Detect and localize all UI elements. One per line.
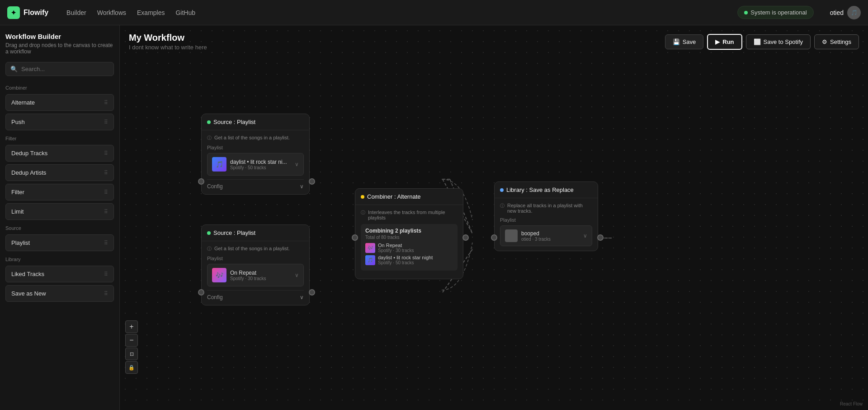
settings-button[interactable]: ⚙ Settings	[814, 34, 859, 49]
workflow-subtitle: I dont know what to write here	[129, 44, 207, 51]
library-playlist-row[interactable]: booped otied · 3 tracks ∨	[500, 225, 592, 246]
canvas-area[interactable]: My Workflow I dont know what to write he…	[120, 25, 868, 410]
drag-handle-filter: ⠿	[104, 189, 108, 195]
search-input[interactable]	[21, 66, 109, 72]
combining-info: Combining 2 playlists Total of 80 tracks…	[361, 224, 458, 271]
save-spotify-icon: ⬜	[754, 38, 761, 45]
source-node-1[interactable]: Source : Playlist ⓘ Get a list of the so…	[201, 114, 310, 195]
combiner-header: Combiner : Alternate	[355, 189, 463, 205]
source1-playlist-name: daylist • lit rock star ni...	[230, 159, 291, 165]
combiner-body: ⓘ Interleaves the tracks from multiple p…	[355, 205, 463, 279]
app-name: Flowify	[24, 9, 48, 17]
source2-playlist-name: On Repeat	[230, 270, 291, 276]
nav-builder[interactable]: Builder	[66, 9, 86, 16]
drag-handle-dedup-artists: ⠿	[104, 170, 108, 176]
lock-button[interactable]: 🔒	[125, 361, 138, 374]
sidebar-item-alternate[interactable]: Alternate ⠿	[5, 94, 114, 111]
source1-playlist-cover: 🎵	[212, 157, 226, 172]
nav-github[interactable]: GitHub	[175, 9, 195, 16]
react-flow-label: React Flow	[840, 401, 863, 406]
library-playlist-meta: otied · 3 tracks	[521, 237, 551, 242]
logo-area: ✦ Flowify	[7, 6, 48, 19]
combiner-playlist1-row: 🎶 On Repeat Spotify · 30 tracks	[365, 243, 453, 253]
status-badge: System is operational	[737, 6, 813, 19]
drag-handle-playlist: ⠿	[104, 240, 108, 246]
settings-icon: ⚙	[822, 38, 827, 45]
source1-title: Source : Playlist	[213, 119, 255, 125]
combiner-node[interactable]: Combiner : Alternate ⓘ Interleaves the t…	[355, 188, 463, 279]
library-body: ⓘ Replace all tracks in a playlist with …	[495, 198, 598, 251]
combiner-dot	[361, 195, 364, 199]
nav-examples[interactable]: Examples	[137, 9, 165, 16]
section-combiner-label: Combiner	[5, 85, 114, 91]
drag-handle-dedup-tracks: ⠿	[104, 150, 108, 157]
combiner-playlist2-row: 🎵 daylist • lit rock star night Spotify …	[365, 255, 453, 265]
library-left-connector	[491, 234, 497, 241]
source1-section-label: Playlist	[207, 145, 304, 150]
drag-handle-save-as-new: ⠿	[104, 291, 108, 297]
sidebar-item-limit[interactable]: Limit ⠿	[5, 203, 114, 220]
source1-header: Source : Playlist	[202, 114, 309, 130]
library-node[interactable]: Library : Save as Replace ⓘ Replace all …	[494, 181, 598, 251]
library-header: Library : Save as Replace	[495, 182, 598, 198]
combiner-playlist2-meta: Spotify · 50 tracks	[378, 260, 433, 265]
combiner-right-connector	[462, 234, 469, 241]
drag-handle-push: ⠿	[104, 119, 108, 125]
info-icon-combiner: ⓘ	[361, 210, 365, 216]
source2-section-label: Playlist	[207, 256, 304, 261]
sidebar-item-dedup-tracks[interactable]: Dedup Tracks ⠿	[5, 145, 114, 162]
library-playlist-name: booped	[521, 230, 551, 237]
source1-right-connector	[309, 178, 315, 185]
zoom-controls: + − ⊡ 🔒	[125, 320, 138, 374]
save-to-spotify-button[interactable]: ⬜ Save to Spotify	[746, 34, 811, 49]
search-icon: 🔍	[10, 66, 18, 72]
combining-title: Combining 2 playlists	[365, 228, 453, 234]
sidebar-item-save-as-new[interactable]: Save as New ⠿	[5, 285, 114, 302]
source2-dot	[207, 231, 211, 235]
top-nav: ✦ Flowify Builder Workflows Examples Git…	[0, 0, 868, 25]
sidebar-item-playlist[interactable]: Playlist ⠿	[5, 234, 114, 251]
config-chevron-1: ∨	[300, 183, 304, 190]
source2-config-row[interactable]: Config ∨	[207, 290, 304, 300]
run-icon: ▶	[715, 38, 720, 45]
user-name: otied	[830, 9, 844, 16]
sidebar-item-liked-tracks[interactable]: Liked Tracks ⠿	[5, 266, 114, 282]
fit-view-button[interactable]: ⊡	[125, 348, 138, 360]
library-playlist-cover	[505, 229, 518, 242]
workflow-header: My Workflow I dont know what to write he…	[120, 25, 868, 58]
fit-icon: ⊡	[130, 351, 134, 357]
sidebar-item-dedup-artists[interactable]: Dedup Artists ⠿	[5, 164, 114, 181]
save-button[interactable]: 💾 Save	[665, 34, 704, 49]
info-icon-2: ⓘ	[207, 246, 212, 252]
library-section-label: Playlist	[500, 217, 592, 223]
combiner-playlist2-info: daylist • lit rock star night Spotify · …	[378, 255, 433, 265]
source2-header: Source : Playlist	[202, 225, 309, 241]
sidebar-item-push[interactable]: Push ⠿	[5, 114, 114, 130]
combiner-playlist1-cover: 🎶	[365, 243, 375, 253]
source2-playlist-row[interactable]: 🎶 On Repeat Spotify · 30 tracks ∨	[207, 264, 304, 286]
combiner-playlist1-meta: Spotify · 30 tracks	[378, 248, 414, 253]
source-node-2[interactable]: Source : Playlist ⓘ Get a list of the so…	[201, 224, 310, 305]
source1-config-row[interactable]: Config ∨	[207, 179, 304, 190]
section-library-label: Library	[5, 257, 114, 262]
combiner-left-connector	[352, 234, 358, 241]
source1-playlist-row[interactable]: 🎵 daylist • lit rock star ni... Spotify …	[207, 153, 304, 176]
library-desc: ⓘ Replace all tracks in a playlist with …	[500, 203, 592, 214]
combiner-playlist1-info: On Repeat Spotify · 30 tracks	[378, 243, 414, 253]
zoom-out-button[interactable]: −	[125, 334, 138, 347]
library-dot	[500, 188, 504, 192]
sidebar-description: Drag and drop nodes to the canvas to cre…	[5, 42, 114, 55]
nav-workflows[interactable]: Workflows	[97, 9, 126, 16]
sidebar-item-filter[interactable]: Filter ⠿	[5, 184, 114, 200]
info-icon-library: ⓘ	[500, 203, 505, 209]
section-filter-label: Filter	[5, 136, 114, 141]
status-dot	[744, 11, 748, 14]
lock-icon: 🔒	[128, 365, 135, 371]
run-button[interactable]: ▶ Run	[707, 34, 742, 50]
zoom-in-button[interactable]: +	[125, 320, 138, 333]
source2-right-connector	[309, 289, 315, 296]
search-box[interactable]: 🔍	[5, 62, 114, 76]
source1-left-connector	[198, 178, 204, 185]
combiner-title: Combiner : Alternate	[367, 193, 421, 200]
drag-handle-alternate: ⠿	[104, 100, 108, 106]
